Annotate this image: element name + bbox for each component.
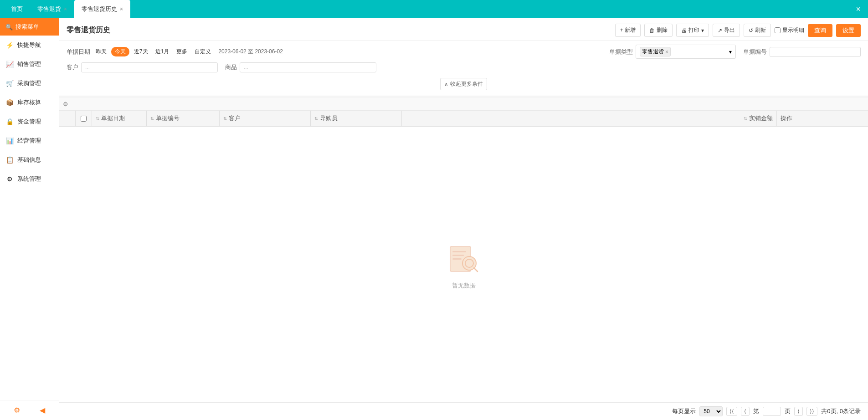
- top-bar: 首页 零售退货 × 零售退货历史 × ×: [0, 0, 868, 18]
- th-guide-label: 导购员: [320, 114, 338, 123]
- th-doc-number[interactable]: ⇅ 单据编号: [147, 111, 220, 126]
- search-icon: 🔍: [5, 24, 13, 31]
- sidebar-item-sales[interactable]: 📈 销售管理: [0, 55, 59, 74]
- date-btn-7days[interactable]: 近7天: [131, 47, 151, 56]
- tab-retail-return-close[interactable]: ×: [64, 6, 67, 12]
- settings-bottom-icon[interactable]: ⚙: [14, 406, 20, 415]
- sidebar-item-system[interactable]: ⚙ 系统管理: [0, 169, 59, 189]
- sidebar-item-finance[interactable]: 🔒 资金管理: [0, 112, 59, 131]
- customer-input[interactable]: [81, 62, 218, 72]
- sort-icon: ⇅: [744, 116, 747, 121]
- doc-number-label: 单据编号: [743, 48, 767, 56]
- sidebar-item-label: 基础信息: [17, 156, 41, 164]
- th-date-label: 单据日期: [101, 114, 125, 123]
- filter-row-1: 单据日期 昨天 今天 近7天 近1月 更多 自定义 2023-06-02 至 2…: [67, 45, 861, 59]
- empty-state-icon: [446, 240, 482, 276]
- th-operations: 操作: [777, 111, 832, 126]
- query-button[interactable]: 查询: [808, 24, 832, 37]
- sidebar-item-label: 资金管理: [17, 118, 41, 126]
- filter-row-2: 客户 商品: [67, 62, 861, 72]
- per-page-label: 每页显示: [672, 407, 696, 415]
- sidebar-search-label: 搜索菜单: [15, 23, 39, 31]
- date-btn-yesterday[interactable]: 昨天: [93, 47, 109, 56]
- table-settings-icon[interactable]: ⚙: [63, 101, 68, 108]
- sidebar-item-label: 快捷导航: [17, 41, 41, 49]
- th-checkbox[interactable]: [76, 111, 92, 126]
- export-button[interactable]: ↗ 导出: [713, 24, 740, 37]
- collapse-sidebar-icon[interactable]: ◀: [40, 406, 45, 415]
- next-page-button[interactable]: ⟩: [794, 407, 803, 416]
- last-page-button[interactable]: ⟩⟩: [806, 407, 817, 416]
- th-amount[interactable]: ⇅ 实销金额: [402, 111, 777, 126]
- sidebar-item-label: 库存核算: [17, 98, 41, 107]
- product-input[interactable]: [240, 62, 376, 72]
- date-range-display: 2023-06-02 至 2023-06-02: [218, 48, 282, 56]
- sidebar-item-label: 经营管理: [17, 137, 41, 145]
- settings-button[interactable]: 设置: [836, 24, 861, 37]
- svg-line-6: [474, 268, 478, 271]
- sidebar-item-basic-info[interactable]: 📋 基础信息: [0, 150, 59, 169]
- content-area: 零售退货历史 + 新增 🗑 删除 🖨 打印 ▾ ↗ 导出 ↺: [59, 18, 868, 420]
- delete-button[interactable]: 🗑 删除: [644, 24, 673, 37]
- total-info: 共0页, 0条记录: [821, 407, 861, 415]
- sidebar-item-operations[interactable]: 📊 经营管理: [0, 131, 59, 150]
- print-icon: 🖨: [681, 27, 687, 34]
- refresh-button[interactable]: ↺ 刷新: [744, 24, 771, 37]
- sort-icon: ⇅: [96, 116, 99, 121]
- th-date[interactable]: ⇅ 单据日期: [92, 111, 147, 126]
- first-page-button[interactable]: ⟨⟨: [726, 407, 737, 416]
- empty-state: 暂无数据: [59, 127, 868, 402]
- th-guide[interactable]: ⇅ 导购员: [311, 111, 402, 126]
- show-detail-checkbox[interactable]: [775, 27, 781, 33]
- date-btn-more[interactable]: 更多: [174, 47, 190, 56]
- page-unit: 页: [785, 407, 791, 415]
- sidebar-search[interactable]: 🔍 搜索菜单: [0, 18, 59, 36]
- sidebar-item-purchase[interactable]: 🛒 采购管理: [0, 74, 59, 93]
- date-btn-today[interactable]: 今天: [111, 47, 129, 56]
- print-button[interactable]: 🖨 打印 ▾: [676, 24, 709, 37]
- doc-type-filter: 单据类型 零售退货 × ▾: [609, 45, 736, 59]
- per-page-select[interactable]: 50 10 20 100: [699, 406, 723, 416]
- prev-page-button[interactable]: ⟨: [741, 407, 750, 416]
- finance-icon: 🔒: [5, 118, 14, 126]
- doc-type-tag: 零售退货 ×: [640, 47, 671, 56]
- tab-retail-return-history-close[interactable]: ×: [120, 6, 123, 12]
- new-button[interactable]: + 新增: [615, 24, 641, 37]
- purchase-icon: 🛒: [5, 79, 14, 87]
- tab-retail-return-history[interactable]: 零售退货历史 ×: [74, 0, 130, 18]
- doc-number-input[interactable]: [770, 47, 861, 57]
- show-detail-checkbox-label[interactable]: 显示明细: [775, 26, 804, 34]
- window-close-button[interactable]: ×: [856, 5, 861, 14]
- sales-icon: 📈: [5, 60, 14, 68]
- doc-type-tag-close[interactable]: ×: [665, 49, 668, 55]
- sidebar-item-label: 采购管理: [17, 79, 41, 87]
- inventory-icon: 📦: [5, 98, 14, 107]
- sidebar-item-quick-nav[interactable]: ⚡ 快捷导航: [0, 36, 59, 55]
- page-input[interactable]: 1: [763, 407, 781, 416]
- doc-type-select[interactable]: 零售退货 × ▾: [636, 45, 736, 59]
- th-operations-label: 操作: [781, 114, 792, 123]
- th-customer[interactable]: ⇅ 客户: [220, 111, 311, 126]
- tab-home[interactable]: 首页: [4, 0, 30, 18]
- sidebar-item-inventory[interactable]: 📦 库存核算: [0, 93, 59, 112]
- date-btn-1month[interactable]: 近1月: [153, 47, 172, 56]
- empty-text: 暂无数据: [452, 282, 476, 290]
- page-label: 第: [753, 407, 759, 415]
- system-icon: ⚙: [5, 175, 14, 183]
- product-label: 商品: [225, 63, 237, 72]
- sidebar: 🔍 搜索菜单 ⚡ 快捷导航 📈 销售管理 🛒 采购管理 📦 库存核算 🔒 资金管…: [0, 18, 59, 420]
- svg-rect-1: [452, 251, 466, 252]
- date-btn-custom[interactable]: 自定义: [192, 47, 214, 56]
- table-toolbar: ⚙: [59, 98, 868, 111]
- tab-retail-return[interactable]: 零售退货 ×: [30, 0, 74, 18]
- date-options: 昨天 今天 近7天 近1月 更多 自定义: [93, 47, 214, 56]
- page-title: 零售退货历史: [67, 26, 110, 35]
- table-header: ⇅ 单据日期 ⇅ 单据编号 ⇅ 客户 ⇅ 导购员 ⇅ 实销金额: [59, 111, 868, 127]
- collapse-button[interactable]: ∧ 收起更多条件: [440, 78, 487, 90]
- main-layout: 🔍 搜索菜单 ⚡ 快捷导航 📈 销售管理 🛒 采购管理 📦 库存核算 🔒 资金管…: [0, 18, 868, 420]
- select-all-checkbox[interactable]: [81, 116, 87, 122]
- filter-collapse-row: ∧ 收起更多条件: [67, 76, 861, 92]
- doc-number-filter: 单据编号: [743, 47, 861, 57]
- tab-home-label: 首页: [11, 5, 23, 13]
- table-area: ⚙ ⇅ 单据日期 ⇅ 单据编号 ⇅ 客户: [59, 98, 868, 420]
